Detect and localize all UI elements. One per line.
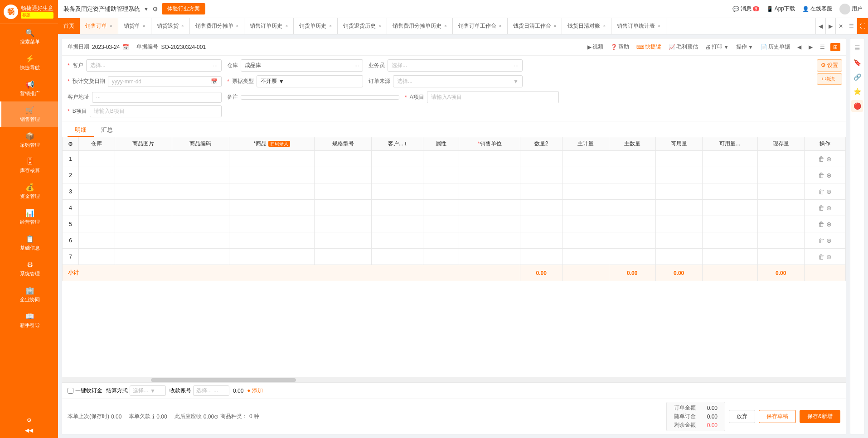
warehouse-input[interactable]: 成品库 ··· — [241, 59, 363, 72]
tabs-fullscreen-button[interactable]: ⛶ — [857, 18, 868, 34]
row-1-image[interactable] — [115, 151, 172, 167]
tab-sales-expense-history-close[interactable]: × — [444, 24, 447, 29]
th-settings[interactable]: ⚙ — [63, 137, 79, 151]
side-panel-active-icon[interactable]: 🔴 — [851, 100, 863, 112]
tab-cash-workbench-close[interactable]: × — [554, 24, 557, 29]
tab-sales-return-history-close[interactable]: × — [378, 24, 381, 29]
delete-icon[interactable]: 🗑 — [818, 204, 824, 212]
inner-tab-detail[interactable]: 明细 — [68, 124, 94, 137]
sidebar-item-quick-nav[interactable]: ⚡ 快捷导航 — [0, 50, 58, 76]
salesperson-input[interactable]: 选择... ··· — [388, 59, 523, 72]
nav-prev-button[interactable]: ◀ — [795, 43, 803, 51]
side-panel-bookmark-icon[interactable]: 🔖 — [851, 57, 863, 68]
copy-icon[interactable]: ⊕ — [826, 188, 832, 195]
row-1-spec[interactable] — [315, 151, 372, 167]
operate-button[interactable]: 操作 ▼ — [734, 42, 755, 52]
scroll-thumb[interactable] — [151, 378, 296, 382]
delivery-date-input[interactable]: yyyy-mm-dd 📅 — [108, 76, 222, 87]
profit-button[interactable]: 📈 毛利预估 — [667, 42, 700, 52]
row-1-available2[interactable] — [702, 151, 757, 167]
shortcut-button[interactable]: ⌨ 快捷键 — [635, 42, 663, 52]
one-click-order-checkbox[interactable]: 一键收订金 — [68, 387, 102, 395]
tab-sales-return-close[interactable]: × — [181, 24, 184, 29]
grid-view-button[interactable]: ⊞ — [830, 43, 840, 51]
tab-sales-order[interactable]: 销售订单 × — [80, 18, 118, 34]
copy-icon[interactable]: ⊕ — [826, 172, 832, 179]
sidebar-item-operation[interactable]: 📊 经营管理 — [0, 204, 58, 230]
industry-solution-button[interactable]: 体验行业方案 — [162, 3, 205, 14]
tab-cash-workbench[interactable]: 钱货日清工作台 × — [508, 18, 563, 34]
tabs-menu-button[interactable]: ☰ — [846, 18, 857, 34]
row-1-code[interactable] — [172, 151, 229, 167]
delete-icon[interactable]: 🗑 — [818, 172, 824, 179]
row-1-main-unit[interactable] — [562, 151, 609, 167]
tabs-prev-button[interactable]: ◀ — [815, 18, 825, 34]
horizontal-scrollbar[interactable] — [62, 377, 846, 382]
row-1-main-qty[interactable] — [609, 151, 655, 167]
side-panel-list-icon[interactable]: ☰ — [851, 42, 863, 54]
customer-input[interactable]: 选择... ··· — [86, 59, 222, 72]
tabs-next-button[interactable]: ▶ — [825, 18, 835, 34]
tab-home[interactable]: 首页 — [58, 18, 80, 34]
inner-tab-summary[interactable]: 汇总 — [94, 124, 120, 137]
note-input[interactable] — [241, 95, 399, 100]
row-1-product[interactable] — [229, 151, 314, 167]
sidebar-item-inventory[interactable]: 🗄 库存核算 — [0, 153, 58, 178]
tab-sales-invoice-history-close[interactable]: × — [329, 24, 332, 29]
tab-sales-return-history[interactable]: 销货退货历史 × — [338, 18, 387, 34]
tab-sales-order-close[interactable]: × — [110, 24, 112, 29]
row-1-unit[interactable] — [459, 151, 520, 167]
sidebar-item-search[interactable]: 🔍 搜索菜单 — [0, 24, 58, 50]
tab-sales-invoice[interactable]: 销货单 × — [118, 18, 151, 34]
add-payment-button[interactable]: ● 添加 — [247, 387, 263, 395]
tab-sales-order-history-close[interactable]: × — [285, 24, 288, 29]
topbar-message[interactable]: 💬 消息 9 — [732, 5, 759, 13]
tab-cash-reconcile[interactable]: 钱货日清对账 × — [562, 18, 611, 34]
copy-icon[interactable]: ⊕ — [826, 237, 832, 244]
print-button[interactable]: 🖨 打印 ▼ — [703, 42, 731, 52]
sidebar-collapse[interactable]: ◀◀ — [25, 427, 33, 433]
delete-icon[interactable]: 🗑 — [818, 221, 824, 228]
row-1-customer[interactable] — [372, 151, 423, 167]
tabs-close-button[interactable]: ✕ — [835, 18, 846, 34]
discard-button[interactable]: 放弃 — [729, 410, 755, 423]
tab-sales-stats[interactable]: 销售订单统计表 × — [611, 18, 666, 34]
delete-icon[interactable]: 🗑 — [818, 253, 824, 260]
copy-icon[interactable]: ⊕ — [826, 221, 832, 228]
save-new-button[interactable]: 保存&新增 — [800, 410, 840, 423]
row-1-attr[interactable] — [423, 151, 459, 167]
sidebar-item-basic-info[interactable]: 📋 基础信息 — [0, 230, 58, 256]
one-click-order-input[interactable] — [68, 388, 73, 394]
copy-icon[interactable]: ⊕ — [826, 253, 832, 260]
settings-button[interactable]: ⚙ 设置 — [817, 59, 842, 72]
side-panel-star-icon[interactable]: ⭐ — [851, 86, 863, 97]
topbar-app-download[interactable]: 📱 App下载 — [766, 5, 795, 13]
topbar-dropdown[interactable]: ▼ — [144, 6, 149, 12]
list-view-button[interactable]: ☰ — [818, 43, 827, 51]
sidebar-item-finance[interactable]: 💰 资金管理 — [0, 178, 58, 204]
row-1-warehouse[interactable] — [79, 151, 115, 167]
tab-sales-expense-close[interactable]: × — [236, 24, 239, 29]
topbar-online-support[interactable]: 👤 在线客服 — [802, 5, 832, 13]
order-source-input[interactable]: 选择... ▼ — [393, 75, 523, 87]
sidebar-item-guide[interactable]: 📖 新手引导 — [0, 308, 58, 333]
calendar-icon[interactable]: 📅 — [122, 44, 129, 50]
view-video-button[interactable]: ▶ 视频 — [586, 42, 605, 52]
tab-sales-invoice-history[interactable]: 销货单历史 × — [294, 18, 338, 34]
delete-icon[interactable]: 🗑 — [818, 155, 824, 163]
add-logistics-button[interactable]: + 物流 — [817, 73, 842, 85]
delete-icon[interactable]: 🗑 — [818, 188, 824, 195]
topbar-settings-icon[interactable]: ⚙ — [152, 5, 158, 13]
side-panel-link-icon[interactable]: 🔗 — [851, 71, 863, 83]
sidebar-item-marketing[interactable]: 📢 营销推广 — [0, 76, 58, 101]
tab-cash-reconcile-close[interactable]: × — [603, 24, 606, 29]
history-button[interactable]: 📄 历史单据 — [759, 42, 792, 52]
sidebar-item-sales[interactable]: 🛒 销售管理 — [0, 101, 58, 127]
info-icon[interactable]: ℹ — [405, 141, 407, 146]
tab-sales-workbench[interactable]: 销售订单工作台 × — [453, 18, 508, 34]
copy-icon[interactable]: ⊕ — [826, 155, 832, 163]
delete-icon[interactable]: 🗑 — [818, 237, 824, 244]
copy-icon[interactable]: ⊕ — [826, 204, 832, 212]
sidebar-item-purchase[interactable]: 📦 采购管理 — [0, 127, 58, 153]
tab-sales-return[interactable]: 销货退货 × — [151, 18, 190, 34]
